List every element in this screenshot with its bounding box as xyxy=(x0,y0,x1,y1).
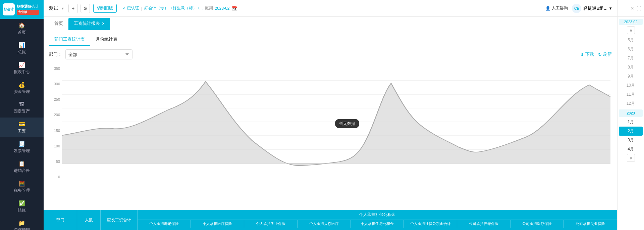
subtab-月份统计表[interactable]: 月份统计表 xyxy=(90,34,123,46)
chart-tooltip: 暂无数据 xyxy=(335,119,359,128)
topbar-switch-button[interactable]: 切到旧版 xyxy=(93,4,117,13)
table-header-应发工资合计: 应发工资合计 xyxy=(101,210,138,230)
avatar: CE xyxy=(572,4,581,13)
y-label: 350 xyxy=(50,66,62,71)
user-name: 轻捷通B组... xyxy=(583,5,607,11)
help-icon: 👤 xyxy=(545,6,550,11)
month-item[interactable]: 9月 xyxy=(619,72,643,81)
topbar-add-button[interactable]: + xyxy=(68,4,78,13)
sidebar-item-label: 发票管理 xyxy=(14,148,30,154)
sidebar-item-首页[interactable]: 🏠 首页 xyxy=(0,19,44,39)
table-sub-col: 个人承担住房公积金 xyxy=(351,220,404,228)
sidebar-icon: 🧾 xyxy=(18,141,25,147)
table-group-title: 个人承担社保公积金 xyxy=(138,210,617,220)
y-label: 100 xyxy=(50,144,62,148)
month-item[interactable]: 7月 xyxy=(619,54,643,63)
sidebar-item-label: 首页 xyxy=(18,30,26,35)
refresh-icon: ↻ xyxy=(598,52,602,57)
right-panel-header: × ⛶ xyxy=(618,0,644,17)
table-header-部门: 部门 xyxy=(44,210,77,230)
sidebar-icon: 💰 xyxy=(18,82,25,88)
sidebar-nav: 🏠 首页 📊 总账 📈 报表中心 💰 资金管理 🏗 固定资产 💳 工资 🧾 发票… xyxy=(0,19,44,230)
table-sub-col: 个人承担养老保险 xyxy=(138,220,191,228)
y-axis: 050100150200250300350 xyxy=(50,66,62,181)
sidebar-item-税务管理[interactable]: 🧮 税务管理 xyxy=(0,177,44,197)
month-item[interactable]: 8月 xyxy=(619,63,643,72)
y-label: 0 xyxy=(50,175,62,179)
tag-business: +好生意（标）+... xyxy=(170,5,203,11)
tab-salary-report[interactable]: 工资统计报表 × xyxy=(68,18,110,30)
month-item-1月[interactable]: 1月 xyxy=(619,118,643,127)
sidebar-item-固定资产[interactable]: 🏗 固定资产 xyxy=(0,98,44,118)
calendar-icon[interactable]: 📅 xyxy=(232,6,237,11)
user-menu[interactable]: CE 轻捷通B组... ▾ xyxy=(572,4,612,13)
sidebar-item-label: 归档管理 xyxy=(14,227,30,230)
subtab-部门工资统计表[interactable]: 部门工资统计表 xyxy=(49,34,90,46)
dept-select[interactable]: 全部财务部销售部技术部 xyxy=(65,49,132,59)
sidebar-item-label: 进销台账 xyxy=(14,168,30,174)
month-item[interactable]: 5月 xyxy=(619,36,643,45)
toolbar: 部门： 全部财务部销售部技术部 ⬇ 下载 ↻ 刷新 xyxy=(44,46,617,63)
month-item-4月[interactable]: 4月 xyxy=(619,145,643,154)
logo-icon: 好会计 xyxy=(3,3,15,15)
sidebar-icon: ✅ xyxy=(18,200,25,206)
tab-home-label: 首页 xyxy=(54,21,63,26)
table-sub-col: 个人承担失业保险 xyxy=(244,220,298,228)
help-button[interactable]: 👤 人工咨询 xyxy=(545,5,568,11)
right-panel-body: 2023.02∧5月6月7月8月9月10月11月12月20231月2月3月4月∨ xyxy=(618,17,644,230)
tab-close-icon[interactable]: × xyxy=(102,21,105,26)
month-item[interactable]: 12月 xyxy=(619,99,643,108)
topbar: 测试 ▾ + ⚙ 切到旧版 ✓ 已认证 | 好会计（专） +好生意（标）+...… xyxy=(44,0,617,17)
sidebar-item-总账[interactable]: 📊 总账 xyxy=(0,39,44,58)
sidebar-item-label: 资金管理 xyxy=(14,89,30,95)
sidebar-item-label: 工资 xyxy=(18,128,26,134)
y-label: 250 xyxy=(50,97,62,101)
period-value: 2023-02 xyxy=(215,6,230,11)
right-panel: × ⛶ 2023.02∧5月6月7月8月9月10月11月12月20231月2月3… xyxy=(617,0,644,230)
y-label: 300 xyxy=(50,82,62,86)
month-item-3月[interactable]: 3月 xyxy=(619,136,643,145)
month-item[interactable]: 6月 xyxy=(619,45,643,54)
logo-badge: 专业版 xyxy=(17,10,39,15)
sidebar-logo: 好会计 畅捷通好会计 专业版 xyxy=(0,0,44,19)
user-dropdown-icon: ▾ xyxy=(609,6,612,11)
toolbar-right: ⬇ 下载 ↻ 刷新 xyxy=(580,51,612,57)
tag-good: 好会计（专） xyxy=(144,5,168,11)
table-sub-col: 个人承担医疗保险 xyxy=(191,220,244,228)
refresh-label: 刷新 xyxy=(603,51,612,57)
month-item[interactable]: 11月 xyxy=(619,90,643,99)
tab-home[interactable]: 首页 xyxy=(49,18,68,30)
month-item-2月[interactable]: 2月 xyxy=(619,127,643,136)
period-label: 账期 xyxy=(205,5,213,11)
topbar-actions: + ⚙ xyxy=(68,4,90,13)
download-button[interactable]: ⬇ 下载 xyxy=(580,51,594,57)
sidebar-item-工资[interactable]: 💳 工资 xyxy=(0,118,44,137)
logo-title: 畅捷通好会计 xyxy=(17,4,39,9)
sidebar-item-进销台账[interactable]: 📋 进销台账 xyxy=(0,157,44,177)
table-sub-col: 公司承担医疗保险 xyxy=(511,220,564,228)
main-area: 测试 ▾ + ⚙ 切到旧版 ✓ 已认证 | 好会计（专） +好生意（标）+...… xyxy=(44,0,617,230)
month-item[interactable]: 10月 xyxy=(619,81,643,90)
sidebar-item-发票管理[interactable]: 🧾 发票管理 xyxy=(0,137,44,157)
refresh-button[interactable]: ↻ 刷新 xyxy=(598,51,612,57)
table-sub-col: 个人承担大额医疗 xyxy=(298,220,351,228)
sidebar-item-资金管理[interactable]: 💰 资金管理 xyxy=(0,78,44,98)
sidebar-item-报表中心[interactable]: 📈 报表中心 xyxy=(0,58,44,78)
sidebar-item-label: 结账 xyxy=(18,208,26,213)
y-label: 150 xyxy=(50,129,62,133)
sidebar-icon: 💳 xyxy=(18,121,25,127)
sidebar-item-结账[interactable]: ✅ 结账 xyxy=(0,197,44,217)
nav-down-button[interactable]: ∨ xyxy=(627,154,635,162)
topbar-settings-button[interactable]: ⚙ xyxy=(80,4,90,13)
expand-icon[interactable]: ⛶ xyxy=(637,6,641,11)
sidebar-icon: 📋 xyxy=(18,160,25,167)
nav-up-button[interactable]: ∧ xyxy=(627,26,635,34)
sidebar-item-归档管理[interactable]: 📁 归档管理 xyxy=(0,217,44,230)
close-icon[interactable]: × xyxy=(631,5,634,11)
table-sub-col: 公司承担失业保险 xyxy=(564,220,617,228)
topbar-dropdown-icon[interactable]: ▾ xyxy=(62,6,64,11)
sidebar-item-label: 总账 xyxy=(18,49,26,55)
download-icon: ⬇ xyxy=(580,52,584,57)
table-header-人数: 人数 xyxy=(77,210,101,230)
chart-area: 050100150200250300350 xyxy=(44,63,617,210)
